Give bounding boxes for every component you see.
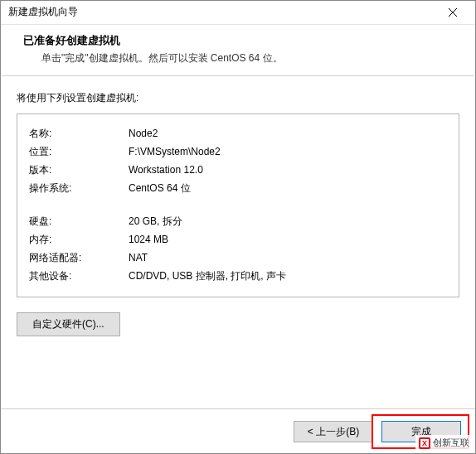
titlebar: 新建虚拟机向导 bbox=[0, 0, 476, 25]
setting-value: Node2 bbox=[129, 124, 158, 142]
setting-label: 其他设备: bbox=[29, 267, 129, 285]
setting-row: 位置: F:\VMSystem\Node2 bbox=[29, 142, 447, 161]
close-button[interactable] bbox=[436, 1, 469, 24]
setting-label: 位置: bbox=[29, 142, 129, 161]
setting-label: 操作系统: bbox=[29, 179, 129, 197]
setting-value: 20 GB, 拆分 bbox=[129, 212, 182, 230]
wizard-header: 已准备好创建虚拟机 单击"完成"创建虚拟机。然后可以安装 CentOS 64 位… bbox=[0, 25, 476, 75]
settings-summary-box: 名称: Node2 位置: F:\VMSystem\Node2 版本: Work… bbox=[17, 114, 459, 297]
setting-value: CD/DVD, USB 控制器, 打印机, 声卡 bbox=[129, 267, 286, 285]
setting-label: 网络适配器: bbox=[29, 249, 129, 267]
setting-label: 硬盘: bbox=[29, 212, 129, 230]
setting-value: 1024 MB bbox=[129, 230, 168, 249]
window-title: 新建虚拟机向导 bbox=[8, 5, 78, 19]
wizard-footer: < 上一步(B) 完成 bbox=[0, 408, 476, 454]
setting-label: 版本: bbox=[29, 161, 129, 179]
wizard-body: 将使用下列设置创建虚拟机: 名称: Node2 位置: F:\VMSystem\… bbox=[0, 76, 476, 345]
setting-row: 其他设备: CD/DVD, USB 控制器, 打印机, 声卡 bbox=[29, 267, 447, 285]
close-icon bbox=[449, 8, 457, 17]
setting-label: 内存: bbox=[29, 230, 129, 249]
setting-row: 操作系统: CentOS 64 位 bbox=[29, 179, 447, 197]
page-subtitle: 单击"完成"创建虚拟机。然后可以安装 CentOS 64 位。 bbox=[23, 51, 458, 65]
setting-row: 版本: Workstation 12.0 bbox=[29, 161, 447, 179]
setting-value: Workstation 12.0 bbox=[129, 161, 203, 179]
setting-row: 名称: Node2 bbox=[29, 124, 447, 142]
page-title: 已准备好创建虚拟机 bbox=[23, 33, 458, 48]
watermark-text: 创新互联 bbox=[433, 437, 469, 449]
setting-value: F:\VMSystem\Node2 bbox=[129, 142, 221, 161]
setting-row: 内存: 1024 MB bbox=[29, 230, 447, 249]
setting-label: 名称: bbox=[29, 124, 129, 142]
watermark-logo-icon: X bbox=[419, 437, 430, 449]
settings-intro: 将使用下列设置创建虚拟机: bbox=[17, 91, 459, 105]
setting-row: 硬盘: 20 GB, 拆分 bbox=[29, 212, 447, 230]
back-button[interactable]: < 上一步(B) bbox=[294, 421, 373, 442]
setting-value: CentOS 64 位 bbox=[129, 179, 191, 197]
customize-hardware-button[interactable]: 自定义硬件(C)... bbox=[17, 312, 120, 336]
watermark: X 创新互联 bbox=[415, 435, 473, 451]
setting-value: NAT bbox=[129, 249, 148, 267]
setting-row: 网络适配器: NAT bbox=[29, 249, 447, 267]
